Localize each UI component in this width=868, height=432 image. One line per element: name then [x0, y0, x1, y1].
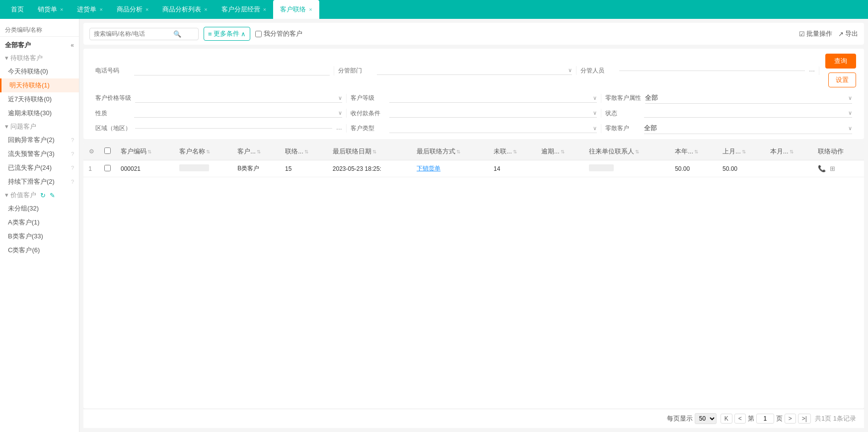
filter-select-nature[interactable]: ∨	[134, 109, 342, 118]
sidebar-search-input[interactable]	[5, 26, 79, 33]
filter-select-scattered[interactable]: 全部 ∨	[644, 123, 852, 134]
row-code: 000021	[116, 160, 174, 177]
sort-year-icon[interactable]: ⇅	[694, 149, 698, 154]
bulk-action-icon: ☑	[799, 30, 805, 38]
sidebar-item-class-a[interactable]: A类客户(1)	[0, 216, 79, 229]
edit-icon[interactable]: ✎	[50, 192, 55, 199]
th-check[interactable]	[99, 143, 116, 160]
sort-unit-icon[interactable]: ⇅	[635, 149, 639, 154]
filter-input-phone[interactable]	[134, 66, 330, 75]
sidebar-item-tomorrow-contact[interactable]: 明天待联络(1)	[0, 78, 79, 92]
phone-action-icon[interactable]: 📞	[818, 165, 826, 172]
group-value-label: ▾ 价值客户	[5, 191, 36, 200]
nav-tab-purchase[interactable]: 进货单 ×	[70, 0, 109, 19]
filter-label-manager: 分管人员	[580, 67, 615, 75]
filter-select-status[interactable]: ∨	[644, 109, 852, 118]
all-customers-header: 全部客户 «	[0, 37, 79, 52]
sidebar-item-7day-contact[interactable]: 近7天待联络(0)	[0, 92, 79, 106]
sort-name-icon[interactable]: ⇅	[206, 149, 210, 154]
filter-row-3: 性质 ∨ 收付款条件 ∨ 状态	[91, 109, 856, 118]
nav-home[interactable]: 首页	[4, 0, 31, 19]
sidebar-item-abnormal-repurchase[interactable]: 回购异常客户(2) ?	[0, 133, 79, 147]
bulk-action-button[interactable]: ☑ 批量操作	[799, 29, 832, 38]
my-customer-checkbox[interactable]	[255, 31, 262, 37]
filter-select-customer-type[interactable]: ∨	[389, 124, 597, 133]
page-size-select[interactable]: 50	[695, 413, 717, 424]
qr-action-icon[interactable]: ⊞	[830, 165, 835, 172]
row-last-method[interactable]: 下销货单	[412, 160, 489, 177]
collapse-icon[interactable]: «	[71, 42, 74, 49]
first-page-button[interactable]: K	[721, 414, 732, 424]
filter-label-scattered: 零散客户	[605, 124, 640, 133]
filter-select-customer-level[interactable]: ∨	[389, 94, 597, 103]
page-number-input[interactable]	[756, 414, 774, 424]
refresh-icon[interactable]: ↻	[40, 192, 46, 199]
last-page-button[interactable]: >|	[798, 414, 811, 424]
chevron-down-price-icon: ∨	[338, 95, 342, 101]
filter-select-price-level[interactable]: ∨	[135, 94, 342, 103]
filter-select-dept[interactable]: ∨	[377, 66, 573, 75]
sort-date-icon[interactable]: ⇅	[372, 149, 376, 154]
filter-select-payment[interactable]: ∨	[389, 109, 597, 118]
reset-button[interactable]: 设置	[828, 72, 856, 87]
export-button[interactable]: ↗ 导出	[838, 29, 858, 38]
filter-dots-region[interactable]: ···	[336, 125, 342, 133]
nav-tab-analysis-list[interactable]: 商品分析列表 ×	[155, 0, 214, 19]
filter-cell-scattered-attr: 零散客户属性 全部 ∨	[601, 92, 856, 104]
top-right-actions: ☑ 批量操作 ↗ 导出	[799, 29, 858, 38]
sort-overdue-icon[interactable]: ⇅	[561, 149, 565, 154]
filter-dots-manager[interactable]: ···	[809, 67, 815, 74]
filter-label-phone: 电话号码	[95, 67, 130, 75]
close-purchase-tab-icon[interactable]: ×	[99, 0, 102, 19]
sidebar-item-churn-warning[interactable]: 流失预警客户(3) ?	[0, 147, 79, 161]
more-filter-button[interactable]: ≡ 更多条件 ∧	[204, 27, 250, 41]
nav-tab-customer-tier[interactable]: 客户分层经营 ×	[215, 0, 273, 19]
row-this-year: 50.00	[670, 160, 718, 177]
sidebar-item-overdue-contact[interactable]: 逾期未联络(30)	[0, 106, 79, 120]
row-num: 1	[83, 160, 99, 177]
sort-tmonth-icon[interactable]: ⇅	[790, 149, 794, 154]
nav-tab-customer-contact[interactable]: 客户联络 ×	[273, 0, 319, 19]
filter-panel: 电话号码 分管部门 ∨ 分管人员 ··· 查询 设置	[83, 49, 864, 139]
sort-contact-icon[interactable]: ⇅	[304, 149, 308, 154]
filter-row-4: 区域（地区） ··· 客户类型 ∨ 零散客户 全部 ∨	[91, 123, 856, 134]
close-analysis-tab-icon[interactable]: ×	[145, 0, 148, 19]
prev-page-button[interactable]: <	[734, 414, 746, 424]
sort-uncontacted-icon[interactable]: ⇅	[513, 149, 517, 154]
th-this-month: 本月...⇅	[765, 143, 813, 160]
th-this-year: 本年...⇅	[670, 143, 718, 160]
close-customer-contact-tab-icon[interactable]: ×	[309, 0, 312, 19]
query-button[interactable]: 查询	[825, 54, 856, 69]
filter-label-region: 区域（地区）	[95, 124, 131, 133]
sort-method-icon[interactable]: ⇅	[456, 149, 460, 154]
nav-tab-analysis[interactable]: 商品分析 ×	[110, 0, 155, 19]
row-name	[174, 160, 233, 177]
row-check[interactable]	[99, 160, 116, 177]
select-all-checkbox[interactable]	[104, 147, 111, 154]
next-page-button[interactable]: >	[785, 414, 796, 424]
filter-cell-customer-type: 客户类型 ∨	[347, 124, 602, 133]
customer-table: ⚙ 客户编码⇅ 客户名称⇅ 客户...⇅ 联络...⇅ 最后联络日期⇅ 最后联络…	[83, 143, 864, 177]
my-customer-checkbox-label[interactable]: 我分管的客户	[255, 29, 302, 38]
sort-code-icon[interactable]: ⇅	[147, 149, 151, 154]
page-size-selector: 每页显示 50	[667, 413, 717, 424]
close-analysis-list-tab-icon[interactable]: ×	[204, 0, 207, 19]
filter-select-scattered-attr[interactable]: 全部 ∨	[645, 92, 852, 104]
sidebar-item-declining[interactable]: 持续下滑客户(2) ?	[0, 175, 79, 189]
sidebar-item-churned[interactable]: 已流失客户(24) ?	[0, 161, 79, 175]
row-checkbox[interactable]	[104, 165, 111, 171]
sidebar-item-ungrouped[interactable]: 未分组(32)	[0, 202, 79, 216]
sort-type-icon[interactable]: ⇅	[257, 149, 261, 154]
sort-lmonth-icon[interactable]: ⇅	[742, 149, 746, 154]
search-input[interactable]	[94, 30, 173, 37]
th-gear[interactable]: ⚙	[83, 143, 99, 160]
th-code: 客户编码⇅	[116, 143, 174, 160]
nav-tab-sales[interactable]: 销货单 ×	[31, 0, 70, 19]
sidebar-item-class-b[interactable]: B类客户(33)	[0, 229, 79, 243]
close-customer-tier-tab-icon[interactable]: ×	[263, 0, 266, 19]
search-button-icon[interactable]: 🔍	[173, 30, 181, 38]
sidebar-item-today-contact[interactable]: 今天待联络(0)	[0, 65, 79, 78]
sidebar-item-class-c[interactable]: C类客户(6)	[0, 243, 79, 257]
filter-row-1: 电话号码 分管部门 ∨ 分管人员 ··· 查询 设置	[91, 54, 856, 87]
close-sales-tab-icon[interactable]: ×	[60, 0, 63, 19]
